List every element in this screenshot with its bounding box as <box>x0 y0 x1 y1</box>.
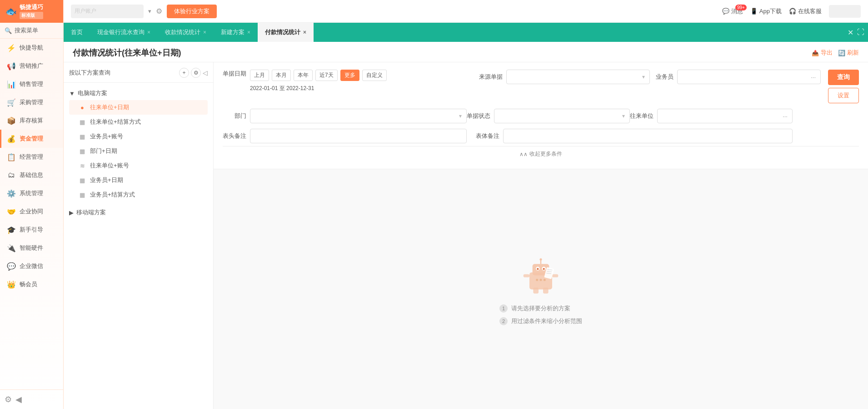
tab-cash-flow-close[interactable]: × <box>147 29 150 35</box>
scheme-staff-account[interactable]: ▦ 业务员+账号 <box>69 129 208 144</box>
user-avatar[interactable] <box>829 5 861 18</box>
dept-dropdown-arrow: ▾ <box>459 113 462 119</box>
hint-num-2: 2 <box>499 317 508 325</box>
sidebar-item-cooperation[interactable]: 🤝 企业协同 <box>0 202 63 221</box>
settings-gear-button[interactable]: ⚙ <box>5 394 12 404</box>
date-this-month-button[interactable]: 本月 <box>272 70 291 81</box>
scheme-collapse-button[interactable]: ◁ <box>203 69 208 76</box>
scheme-unit-settle[interactable]: ▦ 往来单位+结算方式 <box>69 115 208 129</box>
collapse-conditions-button[interactable]: ∧∧ 收起更多条件 <box>223 146 859 162</box>
query-button[interactable]: 查询 <box>828 70 859 85</box>
topbar-gear-icon[interactable]: ⚙ <box>156 7 162 15</box>
mobile-scheme-section: ▶ 移动端方案 <box>64 202 213 219</box>
scheme-dept-date[interactable]: ▦ 部门+日期 <box>69 144 208 158</box>
tab-home[interactable]: 首页 <box>64 23 90 42</box>
status-dropdown[interactable]: ▾ <box>494 109 629 123</box>
sidebar-item-member[interactable]: 👑 畅会员 <box>0 275 63 293</box>
scheme-unit-date[interactable]: ● 往来单位+日期 <box>69 100 208 115</box>
tab-cash-flow[interactable]: 现金银行流水查询 × <box>90 23 158 42</box>
trial-button[interactable]: 体验行业方案 <box>167 5 217 18</box>
date-this-year-button[interactable]: 本年 <box>294 70 313 81</box>
system-icon: ⚙️ <box>7 189 16 198</box>
user-selector[interactable]: 用户账户 <box>71 5 144 18</box>
mobile-section-toggle[interactable]: ▶ 移动端方案 <box>69 206 208 219</box>
refresh-label: 刷新 <box>847 49 859 57</box>
sidebar-item-purchase[interactable]: 🛒 采购管理 <box>0 93 63 111</box>
sidebar-item-basic-info[interactable]: 🗂 基础信息 <box>0 166 63 184</box>
scheme-unit-account[interactable]: ≋ 往来单位+账号 <box>69 158 208 173</box>
scheme-icon-3: ▦ <box>78 147 86 155</box>
tab-payment-stats-close[interactable]: × <box>303 29 306 35</box>
message-area[interactable]: 💬 消息 99+ <box>722 7 743 15</box>
sidebar-item-wechat[interactable]: 💬 企业微信 <box>0 257 63 275</box>
main-content: 用户账户 ▾ ⚙ 体验行业方案 💬 消息 99+ 📱 App下载 🎧 在线客服 … <box>64 0 868 409</box>
sidebar-item-label: 营销推广 <box>20 62 43 70</box>
refresh-button[interactable]: 🔄 刷新 <box>838 49 859 57</box>
body-note-input[interactable] <box>503 129 793 143</box>
unit-ellipsis[interactable]: ··· <box>783 113 788 120</box>
scheme-staff-date[interactable]: ▦ 业务员+日期 <box>69 173 208 187</box>
version-tag: 标准版 <box>20 12 43 19</box>
user-dropdown-icon[interactable]: ▾ <box>148 8 151 15</box>
topbar: 用户账户 ▾ ⚙ 体验行业方案 💬 消息 99+ 📱 App下载 🎧 在线客服 <box>64 0 868 23</box>
logo-text: 畅捷通巧 <box>20 4 43 11</box>
tab-collection[interactable]: 收款情况统计 × <box>158 23 214 42</box>
header-note-input[interactable] <box>250 129 467 143</box>
status-label: 单据状态 <box>467 112 490 120</box>
body-note-label: 表体备注 <box>476 132 499 140</box>
date-range-display[interactable]: 2022-01-01 至 2022-12-31 <box>250 85 387 92</box>
tab-payment-stats[interactable]: 付款情况统计 × <box>258 23 314 42</box>
tab-new-scheme-close[interactable]: × <box>247 29 250 35</box>
sidebar-item-label: 采购管理 <box>20 98 43 106</box>
date-last-month-button[interactable]: 上月 <box>250 70 269 81</box>
dept-label: 部门 <box>223 112 246 120</box>
tab-bar: 首页 现金银行流水查询 × 收款情况统计 × 新建方案 × 付款情况统计 × ✕… <box>64 23 868 42</box>
date-custom-button[interactable]: 自定义 <box>362 70 387 81</box>
sidebar-item-system[interactable]: ⚙️ 系统管理 <box>0 184 63 202</box>
export-button[interactable]: 📤 导出 <box>812 49 833 57</box>
search-menu-item[interactable]: 🔍 搜索菜单 <box>0 23 63 39</box>
sidebar-item-guide[interactable]: 🎓 新手引导 <box>0 221 63 239</box>
online-service[interactable]: 🎧 在线客服 <box>789 7 822 15</box>
inventory-icon: 📦 <box>7 116 16 125</box>
settings-button[interactable]: 设置 <box>828 88 859 103</box>
service-icon: 🎧 <box>789 8 796 15</box>
tab-collection-label: 收款情况统计 <box>165 28 200 36</box>
sidebar-item-sales[interactable]: 📊 销售管理 <box>0 75 63 93</box>
scheme-staff-settle[interactable]: ▦ 业务员+结算方式 <box>69 187 208 202</box>
scheme-label: 业务员+结算方式 <box>90 191 135 199</box>
svg-point-13 <box>540 278 542 281</box>
source-label: 来源单据 <box>479 73 503 81</box>
staff-ellipsis[interactable]: ··· <box>811 74 816 81</box>
topbar-right: 💬 消息 99+ 📱 App下载 🎧 在线客服 <box>722 5 861 18</box>
scheme-gear-button[interactable]: ⚙ <box>191 68 201 78</box>
desktop-section-toggle[interactable]: ▼ 电脑端方案 <box>69 86 208 100</box>
sidebar-item-marketing[interactable]: 📢 营销推广 <box>0 57 63 75</box>
purchase-icon: 🛒 <box>7 98 16 107</box>
tab-new-scheme[interactable]: 新建方案 × <box>214 23 258 42</box>
sidebar-item-quick-nav[interactable]: ⚡ 快捷导航 <box>0 39 63 57</box>
tab-fullscreen-icon[interactable]: ⛶ <box>857 28 864 36</box>
sidebar-item-label: 企业协同 <box>20 207 43 216</box>
sidebar-item-finance[interactable]: 💰 资金管理 <box>0 130 63 148</box>
app-download[interactable]: 📱 App下载 <box>750 7 782 15</box>
svg-point-12 <box>536 278 538 281</box>
scheme-icon-6: ▦ <box>78 191 86 199</box>
tab-close-all-icon[interactable]: ✕ <box>848 28 853 37</box>
query-area: 单据日期 上月 本月 本年 近7天 更多 自定义 2022-01-01 至 20… <box>214 62 868 169</box>
source-dropdown[interactable]: ▾ <box>506 70 650 84</box>
tab-collection-close[interactable]: × <box>203 29 206 35</box>
scheme-icon-4: ≋ <box>78 162 86 170</box>
date-more-button[interactable]: 更多 <box>340 70 359 81</box>
empty-hint-2: 2 用过滤条件来缩小分析范围 <box>499 317 582 325</box>
sidebar-item-smart[interactable]: 🔌 智能硬件 <box>0 239 63 257</box>
scheme-add-button[interactable]: + <box>179 68 189 78</box>
collapse-sidebar-button[interactable]: ◀ <box>15 394 22 404</box>
sidebar-item-inventory[interactable]: 📦 库存核算 <box>0 111 63 130</box>
wechat-icon: 💬 <box>7 262 16 271</box>
sidebar-item-operation[interactable]: 📋 经营管理 <box>0 148 63 166</box>
date-last7-button[interactable]: 近7天 <box>315 70 338 81</box>
basic-info-icon: 🗂 <box>7 171 16 180</box>
dept-dropdown[interactable]: ▾ <box>250 109 467 123</box>
app-label: App下载 <box>759 7 782 15</box>
